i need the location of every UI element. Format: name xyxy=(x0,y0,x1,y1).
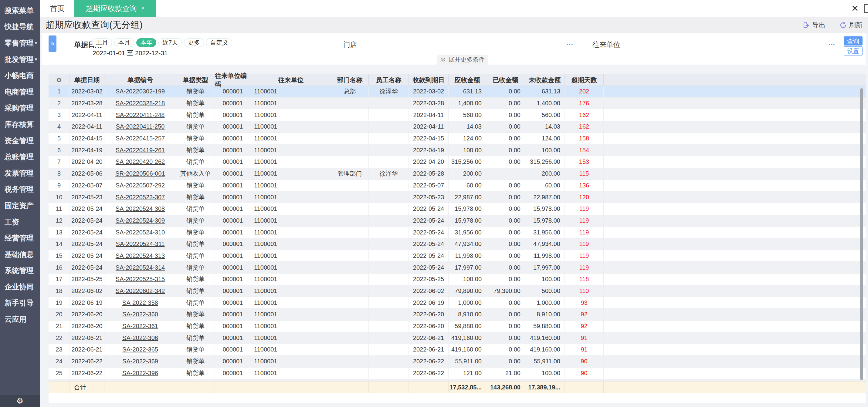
query-button[interactable]: 查询 xyxy=(844,36,863,45)
doc-no-link[interactable]: SA-20220420-262 xyxy=(116,158,165,165)
sidebar-item[interactable]: 工资 xyxy=(0,214,40,230)
table-row[interactable]: 222022-06-21SA-2022-306销货单00000111000012… xyxy=(49,332,866,344)
sidebar-item[interactable]: 税务管理 xyxy=(0,181,40,198)
sidebar-item[interactable]: 零售管理▼ xyxy=(0,35,40,51)
table-row[interactable]: 132022-05-24SA-20220524-310销货单0000011100… xyxy=(49,227,866,238)
settings-button[interactable]: 设置 xyxy=(844,46,863,56)
table-row[interactable]: 202022-06-20SA-2022-360销货单00000111000012… xyxy=(49,309,866,320)
table-row[interactable]: 232022-06-21SA-2022-365销货单00000111000012… xyxy=(49,344,866,356)
maximize-icon[interactable] xyxy=(864,4,868,13)
sidebar-settings-button[interactable]: ⚙ xyxy=(0,395,40,407)
sidebar-item[interactable]: 采购管理 xyxy=(0,100,40,116)
table-row[interactable]: 262022-06-23SA-2022-397销货单00000111000012… xyxy=(49,379,866,381)
doc-no-link[interactable]: SA-2022-306 xyxy=(122,335,158,341)
doc-no-link[interactable]: SA-2022-369 xyxy=(122,358,158,365)
sidebar-item[interactable]: 云应用 xyxy=(0,311,40,328)
table-row[interactable]: 192022-06-19SA-2022-358销货单00000111000012… xyxy=(49,297,866,309)
table-row[interactable]: 182022-06-02SA-20220602-342销货单0000011100… xyxy=(49,285,866,297)
table-row[interactable]: 142022-05-24SA-20220524-311销货单0000011100… xyxy=(49,238,866,250)
doc-no-link[interactable]: SA-20220507-292 xyxy=(116,182,165,189)
tab-overdue-receivables[interactable]: 超期应收款查询 × xyxy=(74,0,156,17)
sidebar-item[interactable]: 快捷导航 xyxy=(0,19,40,35)
partner-input[interactable] xyxy=(621,41,826,50)
date-option-pill[interactable]: 本月 xyxy=(114,38,134,47)
sidebar-item[interactable]: 经营管理 xyxy=(0,230,40,246)
date-option-pill[interactable]: 自定义 xyxy=(206,38,232,47)
sidebar-item[interactable]: 新手引导 xyxy=(0,295,40,311)
doc-no-link[interactable]: SA-20220525-315 xyxy=(116,276,165,283)
refresh-button[interactable]: 刷新 xyxy=(839,21,863,30)
tab-close-icon[interactable]: × xyxy=(141,5,145,12)
doc-no-link[interactable]: SA-2022-365 xyxy=(122,346,158,353)
doc-no-link[interactable]: SR-20220506-001 xyxy=(115,170,165,177)
doc-no-link[interactable]: SA-20220524-311 xyxy=(116,240,165,247)
doc-no-link[interactable]: SA-20220523-307 xyxy=(116,194,165,201)
table-row[interactable]: 22022-03-28SA-20220328-218销货单00000111000… xyxy=(49,98,866,109)
table-row[interactable]: 152022-05-24SA-20220524-313销货单0000011100… xyxy=(49,250,866,262)
table-row[interactable]: 32022-04-11SA-20220411-248销货单00000111000… xyxy=(49,109,866,121)
expand-more-conditions-button[interactable]: 展开更多条件 xyxy=(437,55,488,65)
sidebar-item[interactable]: 系统管理 xyxy=(0,263,40,279)
table-row[interactable]: 72022-04-20SA-20220420-262销货单00000111000… xyxy=(49,156,866,168)
table-row[interactable]: 52022-04-15SA-20220415-257销货单00000111000… xyxy=(49,133,866,145)
partner-picker-ellipsis-icon[interactable]: … xyxy=(828,38,836,47)
cell: 000001 xyxy=(215,344,251,355)
date-option-pill[interactable]: 本年 xyxy=(136,38,156,47)
sidebar-item[interactable]: 小畅电商 xyxy=(0,67,40,84)
table-row[interactable]: 172022-05-25SA-20220525-315销货单0000011100… xyxy=(49,274,866,285)
doc-no-link[interactable]: SA-20220302-199 xyxy=(116,88,165,95)
doc-no-link[interactable]: SA-2022-360 xyxy=(122,311,158,318)
doc-no-link[interactable]: SA-2022-358 xyxy=(122,299,158,306)
table-row[interactable]: 162022-05-24SA-20220524-314销货单0000011100… xyxy=(49,262,866,274)
table-row[interactable]: 82022-05-06SR-20220506-001其他收入单000001110… xyxy=(49,168,866,180)
sidebar-item[interactable]: 批发管理▼ xyxy=(0,51,40,68)
table-row[interactable]: 12022-03-02SA-20220302-199销货单00000111000… xyxy=(49,86,866,98)
sidebar-item[interactable]: 库存核算 xyxy=(0,116,40,133)
doc-no-link[interactable]: SA-20220415-257 xyxy=(116,135,165,142)
doc-no-link[interactable]: SA-20220524-313 xyxy=(116,252,165,259)
table-row[interactable]: 122022-05-24SA-20220524-309销货单0000011100… xyxy=(49,215,866,227)
doc-no-link[interactable]: SA-2022-361 xyxy=(122,323,158,330)
sidebar-item[interactable]: 企业协同 xyxy=(0,279,40,295)
sidebar-item[interactable]: 电商管理 xyxy=(0,84,40,100)
doc-no-link[interactable]: SA-20220419-261 xyxy=(116,147,165,154)
sidebar-item[interactable]: 基础信息 xyxy=(0,246,40,263)
sidebar-item[interactable]: 固定资产 xyxy=(0,197,40,214)
sidebar-item[interactable]: 资金管理 xyxy=(0,133,40,149)
collapse-filters-button[interactable]: » xyxy=(49,35,57,52)
close-icon[interactable]: ✕ xyxy=(846,3,864,14)
doc-no-link[interactable]: SA-20220524-310 xyxy=(116,229,165,236)
tab-home[interactable]: 首页 xyxy=(40,0,74,17)
doc-no-link[interactable]: SA-20220328-218 xyxy=(116,100,165,107)
table-row[interactable]: 42022-04-11SA-20220411-250销货单00000111000… xyxy=(49,121,866,133)
doc-no-link[interactable]: SA-20220602-342 xyxy=(116,287,165,295)
table-row[interactable]: 252022-06-22SA-2022-396销货单00000111000012… xyxy=(49,368,866,379)
date-option-pill[interactable]: 近7天 xyxy=(158,38,182,47)
store-picker-ellipsis-icon[interactable]: … xyxy=(566,38,574,47)
doc-no-link[interactable]: SA-20220524-308 xyxy=(116,205,165,212)
table-row[interactable]: 62022-04-19SA-20220419-261销货单00000111000… xyxy=(49,144,866,156)
date-option-pill[interactable]: 更多 xyxy=(184,38,204,47)
sidebar-item[interactable]: 总账管理 xyxy=(0,148,40,165)
table-row[interactable]: 112022-05-24SA-20220524-308销货单0000011100… xyxy=(49,203,866,215)
doc-no-link[interactable]: SA-20220524-314 xyxy=(116,264,165,271)
cell: 徐泽华 xyxy=(369,168,409,179)
table-settings-gear-icon[interactable]: ⚙ xyxy=(49,74,70,86)
table-row[interactable]: 212022-06-20SA-2022-361销货单00000111000012… xyxy=(49,320,866,332)
date-range-value[interactable]: 2022-01-01 至 2022-12-31 xyxy=(93,49,168,57)
vertical-scrollbar[interactable] xyxy=(860,88,863,380)
doc-no-link[interactable]: SA-20220524-309 xyxy=(116,217,165,224)
sidebar-item[interactable]: 搜索菜单 xyxy=(0,2,40,19)
table-row[interactable]: 92022-05-07SA-20220507-292销货单00000111000… xyxy=(49,180,866,192)
cell xyxy=(369,121,409,133)
cell xyxy=(369,227,409,238)
export-button[interactable]: 导出 xyxy=(802,21,826,30)
doc-no-link[interactable]: SA-2022-396 xyxy=(122,370,158,377)
date-option-pill[interactable]: 上月 xyxy=(92,38,112,47)
store-input[interactable] xyxy=(359,41,564,50)
table-row[interactable]: 102022-05-23SA-20220523-307销货单0000011100… xyxy=(49,191,866,203)
sidebar-item[interactable]: 发票管理 xyxy=(0,165,40,181)
table-row[interactable]: 242022-06-22SA-2022-369销货单00000111000012… xyxy=(49,356,866,368)
doc-no-link[interactable]: SA-20220411-248 xyxy=(116,112,165,118)
doc-no-link[interactable]: SA-20220411-250 xyxy=(116,123,165,130)
